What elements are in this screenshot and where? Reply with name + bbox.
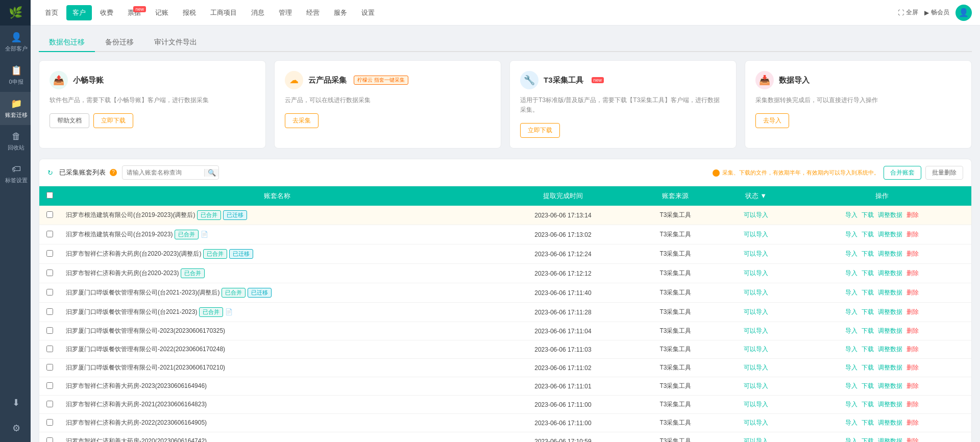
delete-link[interactable]: 删除 [906, 250, 919, 257]
go-collect-btn[interactable]: 去采集 [285, 113, 318, 128]
download-link[interactable]: 下载 [862, 419, 874, 426]
go-import-btn[interactable]: 去导入 [755, 113, 789, 128]
user-avatar[interactable]: 👤 [955, 5, 972, 21]
row-checkbox[interactable] [46, 401, 53, 407]
merge-accounts-btn[interactable]: 合并账套 [884, 166, 921, 180]
download-link[interactable]: 下载 [862, 382, 874, 389]
sidebar-item-download[interactable]: ⬇ [0, 391, 31, 416]
search-input[interactable] [122, 169, 204, 176]
import-link[interactable]: 导入 [845, 231, 857, 238]
nav-accounting[interactable]: 记账 [149, 5, 175, 20]
delete-link[interactable]: 删除 [906, 419, 919, 426]
nav-tax[interactable]: 报税 [177, 5, 202, 20]
row-checkbox[interactable] [46, 346, 53, 352]
import-link[interactable]: 导入 [845, 289, 857, 296]
row-checkbox[interactable] [46, 211, 53, 218]
import-link[interactable]: 导入 [845, 346, 857, 353]
row-checkbox[interactable] [46, 250, 53, 257]
delete-link[interactable]: 删除 [906, 401, 919, 408]
tab-backup-migration[interactable]: 备份迁移 [95, 34, 144, 52]
nav-invoices[interactable]: 票据new [121, 5, 147, 20]
adjust-link[interactable]: 调整数据 [878, 419, 902, 426]
download-link[interactable]: 下载 [862, 308, 874, 315]
row-checkbox[interactable] [46, 308, 53, 315]
sidebar-item-all-clients[interactable]: 👤 全部客户 [0, 26, 31, 59]
adjust-link[interactable]: 调整数据 [878, 346, 902, 353]
row-checkbox[interactable] [46, 289, 53, 296]
import-link[interactable]: 导入 [845, 211, 857, 218]
download-link[interactable]: 下载 [862, 250, 874, 257]
adjust-link[interactable]: 调整数据 [878, 364, 902, 371]
tab-data-migration[interactable]: 数据包迁移 [39, 34, 95, 52]
adjust-link[interactable]: 调整数据 [878, 327, 902, 334]
adjust-link[interactable]: 调整数据 [878, 308, 902, 315]
sidebar-item-account-migration[interactable]: 📁 账套迁移 [0, 92, 31, 125]
delete-link[interactable]: 删除 [906, 289, 919, 296]
sidebar-item-recycle[interactable]: 🗑 回收站 [0, 125, 31, 158]
download-link[interactable]: 下载 [862, 327, 874, 334]
tab-audit-export[interactable]: 审计文件导出 [144, 34, 207, 52]
import-link[interactable]: 导入 [845, 269, 857, 277]
sidebar-item-zero-report[interactable]: 📋 0申报 [0, 59, 31, 92]
import-link[interactable]: 导入 [845, 437, 857, 442]
col-status[interactable]: 状态 ▼ [719, 186, 792, 206]
adjust-link[interactable]: 调整数据 [878, 231, 902, 238]
delete-link[interactable]: 删除 [906, 211, 919, 218]
nav-service[interactable]: 服务 [328, 5, 353, 20]
batch-delete-btn[interactable]: 批量删除 [925, 166, 963, 180]
row-checkbox[interactable] [46, 327, 53, 334]
nav-fees[interactable]: 收费 [94, 5, 119, 20]
adjust-link[interactable]: 调整数据 [878, 401, 902, 408]
nav-messages[interactable]: 消息 [245, 5, 271, 20]
nav-home[interactable]: 首页 [39, 5, 64, 20]
membership-btn[interactable]: ▶ 畅会员 [924, 8, 949, 17]
row-checkbox[interactable] [46, 437, 53, 442]
nav-business[interactable]: 工商项目 [204, 5, 243, 20]
delete-link[interactable]: 删除 [906, 269, 919, 277]
refresh-icon[interactable]: ↻ [47, 169, 53, 177]
adjust-link[interactable]: 调整数据 [878, 437, 902, 442]
row-checkbox[interactable] [46, 231, 53, 237]
download-link[interactable]: 下载 [862, 437, 874, 442]
row-file-icon[interactable]: 📄 [225, 308, 233, 315]
delete-link[interactable]: 删除 [906, 364, 919, 371]
search-button[interactable]: 🔍 [204, 169, 218, 177]
download-link[interactable]: 下载 [862, 401, 874, 408]
fullscreen-btn[interactable]: ⛶ 全屏 [898, 8, 918, 17]
import-link[interactable]: 导入 [845, 250, 857, 257]
row-checkbox[interactable] [46, 269, 53, 276]
adjust-link[interactable]: 调整数据 [878, 211, 902, 218]
delete-link[interactable]: 删除 [906, 231, 919, 238]
nav-settings[interactable]: 设置 [355, 5, 381, 20]
import-link[interactable]: 导入 [845, 308, 857, 315]
download-link[interactable]: 下载 [862, 231, 874, 238]
row-checkbox[interactable] [46, 419, 53, 426]
help-doc-btn[interactable]: 帮助文档 [50, 113, 89, 128]
nav-clients[interactable]: 客户 [66, 5, 92, 20]
import-link[interactable]: 导入 [845, 419, 857, 426]
adjust-link[interactable]: 调整数据 [878, 382, 902, 389]
import-link[interactable]: 导入 [845, 382, 857, 389]
select-all-checkbox[interactable] [46, 192, 53, 199]
adjust-link[interactable]: 调整数据 [878, 269, 902, 277]
adjust-link[interactable]: 调整数据 [878, 289, 902, 296]
download-link[interactable]: 下载 [862, 289, 874, 296]
sidebar-item-tags[interactable]: 🏷 标签设置 [0, 158, 31, 190]
sidebar-item-settings[interactable]: ⚙ [0, 416, 31, 442]
nav-management[interactable]: 管理 [273, 5, 298, 20]
delete-link[interactable]: 删除 [906, 327, 919, 334]
download-link[interactable]: 下载 [862, 364, 874, 371]
import-link[interactable]: 导入 [845, 364, 857, 371]
row-checkbox[interactable] [46, 364, 53, 371]
download-link[interactable]: 下载 [862, 346, 874, 353]
import-link[interactable]: 导入 [845, 327, 857, 334]
delete-link[interactable]: 删除 [906, 308, 919, 315]
download-link[interactable]: 下载 [862, 211, 874, 218]
nav-operations[interactable]: 经营 [300, 5, 326, 20]
row-checkbox[interactable] [46, 382, 53, 389]
delete-link[interactable]: 删除 [906, 382, 919, 389]
delete-link[interactable]: 删除 [906, 346, 919, 353]
delete-link[interactable]: 删除 [906, 437, 919, 442]
row-file-icon[interactable]: 📄 [201, 231, 208, 238]
download-now-btn[interactable]: 立即下载 [93, 113, 133, 128]
